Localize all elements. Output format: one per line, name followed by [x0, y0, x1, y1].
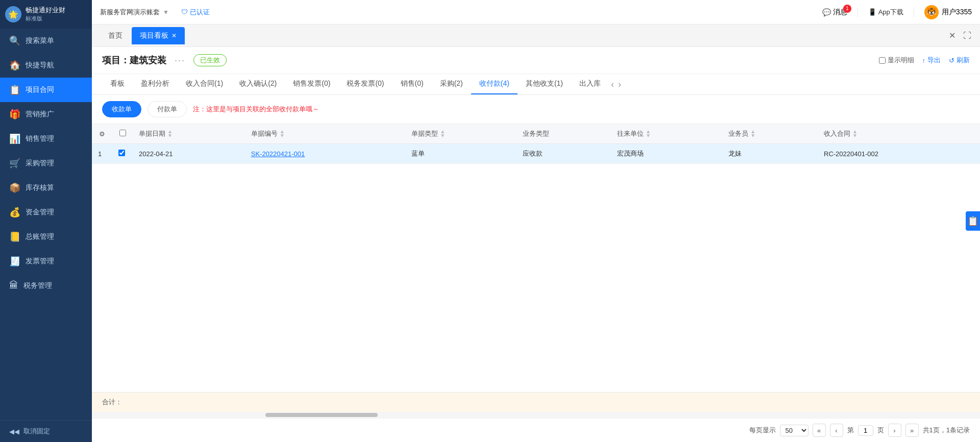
- subnav-other[interactable]: 其他收支(1): [518, 74, 571, 94]
- sidebar-item-quicknav[interactable]: 🏠 快捷导航: [0, 53, 92, 78]
- project-actions: 显示明细 ↑ 导出 ↺ 刷新: [879, 56, 970, 65]
- th-number[interactable]: 单据编号 ▲▼: [245, 124, 405, 144]
- subnav-profit[interactable]: 盈利分析: [133, 74, 178, 94]
- certified-label: 已认证: [190, 8, 210, 17]
- row-index: 1: [92, 144, 112, 164]
- show-detail-checkbox[interactable]: 显示明细: [879, 56, 914, 65]
- pagination: 每页显示 50 100 200 « ‹ 第 页 › » 共1页，1条记录: [92, 418, 980, 442]
- sidebar-item-marketing[interactable]: 🎁 营销推广: [0, 102, 92, 127]
- last-page-button[interactable]: »: [905, 424, 919, 437]
- horizontal-scrollbar[interactable]: [92, 412, 980, 418]
- app-download-button[interactable]: 📱 App下载: [868, 8, 903, 17]
- th-salesperson[interactable]: 业务员 ▲▼: [722, 124, 818, 144]
- subnav-prev-arrow[interactable]: ‹: [609, 79, 616, 90]
- close-window-button[interactable]: ✕: [947, 31, 957, 40]
- sidebar-item-purchase[interactable]: 🛒 采购管理: [0, 151, 92, 176]
- sidebar-item-funds[interactable]: 💰 资金管理: [0, 200, 92, 225]
- refresh-label: 刷新: [957, 56, 970, 65]
- account-selector[interactable]: 新服务官网演示账套 ▼: [100, 8, 169, 17]
- settings-icon[interactable]: ⚙: [99, 130, 105, 138]
- subnav-income-confirm[interactable]: 收入确认(2): [231, 74, 285, 94]
- sidebar-item-contract[interactable]: 📋 项目合同: [0, 78, 92, 102]
- subnav-inout[interactable]: 出入库: [571, 74, 609, 94]
- th-income-contract-label: 收入合同: [824, 129, 850, 138]
- row-number[interactable]: SK-20220421-001: [245, 144, 405, 164]
- subnav-sales[interactable]: 销售(0): [393, 74, 432, 94]
- scrollbar-thumb[interactable]: [265, 413, 378, 417]
- prev-page-button[interactable]: ‹: [830, 424, 843, 437]
- th-salesperson-label: 业务员: [728, 129, 748, 138]
- settings-th[interactable]: ⚙: [92, 124, 112, 144]
- subnav-next-arrow[interactable]: ›: [616, 79, 623, 90]
- row-biz-type: 应收款: [517, 144, 611, 164]
- th-type[interactable]: 单据类型 ▲▼: [405, 124, 517, 144]
- tab-project-board[interactable]: 项目看板 ✕: [132, 27, 185, 44]
- subnav-sales-invoice[interactable]: 销售发票(0): [285, 74, 338, 94]
- sidebar-item-inventory[interactable]: 📦 库存核算: [0, 176, 92, 200]
- next-page-button[interactable]: ›: [888, 424, 901, 437]
- app-download-label: App下载: [878, 8, 903, 17]
- main-area: 新服务官网演示账套 ▼ 🛡 已认证 💬 消息 1 📱 App下载 🐯 用户335…: [92, 0, 980, 442]
- export-button[interactable]: ↑ 导出: [922, 56, 941, 65]
- th-partner[interactable]: 往来单位 ▲▼: [611, 124, 722, 144]
- subtab-payment-button[interactable]: 付款单: [148, 101, 187, 117]
- sort-icon-date: ▲▼: [167, 130, 173, 138]
- table-row[interactable]: 1 2022-04-21 SK-20220421-001 蓝单 应收款 宏茂商场…: [92, 144, 980, 164]
- right-float-panel[interactable]: 📋: [966, 211, 980, 231]
- subtab-receipt-button[interactable]: 收款单: [102, 101, 141, 117]
- sidebar-item-tax[interactable]: 🏛 税务管理: [0, 274, 92, 298]
- sort-icon-salesperson: ▲▼: [750, 130, 755, 138]
- tab-close-icon[interactable]: ✕: [172, 33, 177, 39]
- subtabs: 收款单 付款单 注：这里是与项目关联的全部收付款单哦～: [92, 95, 980, 124]
- user-label: 用户3355: [942, 8, 972, 17]
- page-input[interactable]: [858, 425, 873, 436]
- topbar-right: 💬 消息 1 📱 App下载 🐯 用户3355: [822, 5, 972, 19]
- refresh-button[interactable]: ↺ 刷新: [949, 56, 970, 65]
- tab-home[interactable]: 首页: [100, 27, 131, 44]
- sidebar-item-ledger[interactable]: 📒 总账管理: [0, 225, 92, 249]
- row-salesperson: 龙妹: [722, 144, 818, 164]
- project-more-button[interactable]: ···: [175, 55, 185, 66]
- per-page-select[interactable]: 50 100 200: [780, 425, 808, 436]
- search-icon: 🔍: [9, 35, 20, 46]
- th-biz-type-label: 业务类型: [523, 130, 549, 137]
- row-number-link[interactable]: SK-20220421-001: [251, 150, 305, 158]
- row-select-checkbox[interactable]: [118, 150, 125, 156]
- subnav-kanban[interactable]: 看板: [102, 74, 133, 94]
- sidebar-item-label: 采购管理: [26, 159, 54, 168]
- app-logo-icon: 🌟: [5, 6, 21, 22]
- footer-total-label: 合计：: [102, 398, 122, 406]
- th-date[interactable]: 单据日期 ▲▼: [133, 124, 245, 144]
- sidebar-item-label: 快捷导航: [26, 61, 54, 70]
- unpin-icon: ◀◀: [9, 428, 19, 435]
- sidebar-item-search[interactable]: 🔍 搜索菜单: [0, 29, 92, 53]
- avatar: 🐯: [924, 5, 939, 19]
- th-partner-label: 往来单位: [617, 129, 644, 138]
- sidebar-item-invoice[interactable]: 🧾 发票管理: [0, 249, 92, 274]
- per-page-label: 每页显示: [749, 426, 776, 435]
- select-all-checkbox[interactable]: [119, 130, 126, 136]
- subnav-income-contract[interactable]: 收入合同(1): [178, 74, 231, 94]
- th-income-contract[interactable]: 收入合同 ▲▼: [818, 124, 980, 144]
- checkbox-th[interactable]: [112, 124, 133, 144]
- show-detail-input[interactable]: [879, 57, 886, 64]
- sub-navigation: 看板 盈利分析 收入合同(1) 收入确认(2) 销售发票(0) 税务发票(0) …: [92, 74, 980, 95]
- subnav-purchase[interactable]: 采购(2): [432, 74, 471, 94]
- maximize-window-button[interactable]: ⛶: [963, 31, 972, 40]
- message-button[interactable]: 💬 消息 1: [822, 8, 847, 17]
- sidebar-item-sales[interactable]: 📊 销售管理: [0, 127, 92, 151]
- unpin-button[interactable]: ◀◀ 取消固定: [0, 420, 92, 442]
- user-button[interactable]: 🐯 用户3355: [924, 5, 972, 19]
- unpin-label: 取消固定: [23, 427, 50, 436]
- subnav-tax-invoice[interactable]: 税务发票(0): [338, 74, 392, 94]
- row-checkbox[interactable]: [112, 144, 133, 164]
- message-icon: 💬: [822, 8, 831, 16]
- first-page-button[interactable]: «: [813, 424, 826, 437]
- purchase-icon: 🛒: [9, 158, 20, 169]
- subnav-receipt[interactable]: 收付款(4): [471, 74, 518, 94]
- tax-icon: 🏛: [9, 280, 18, 291]
- page-suffix: 页: [877, 426, 884, 435]
- content-area: 项目： 建筑安装 ··· 已生效 显示明细 ↑ 导出 ↺ 刷新: [92, 47, 980, 442]
- funds-icon: 💰: [9, 207, 20, 218]
- shield-icon: 🛡: [181, 8, 188, 16]
